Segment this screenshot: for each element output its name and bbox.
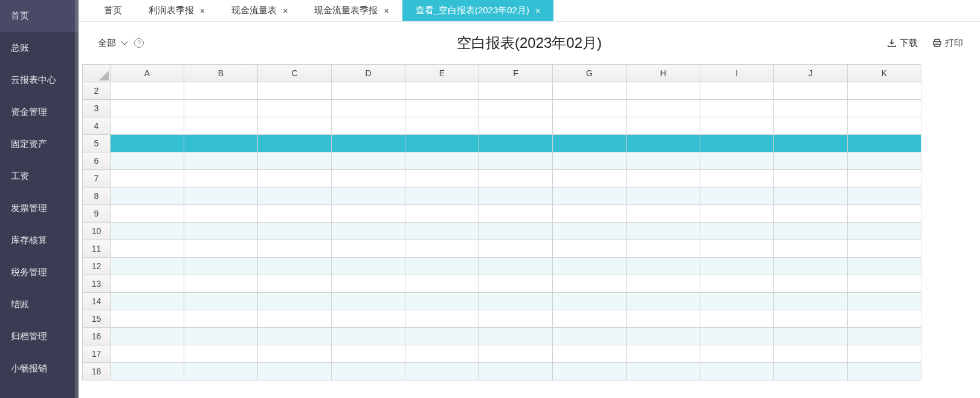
cell-K11[interactable] (848, 240, 921, 258)
cell-J2[interactable] (774, 82, 848, 100)
column-header-D[interactable]: D (332, 65, 405, 82)
sidebar-item-2[interactable]: 云报表中心 (0, 64, 79, 96)
cell-G8[interactable] (553, 188, 627, 205)
row-header-8[interactable]: 8 (83, 188, 111, 205)
cell-K3[interactable] (848, 100, 921, 117)
cell-C4[interactable] (258, 117, 332, 135)
cell-C3[interactable] (258, 100, 332, 117)
cell-D17[interactable] (332, 345, 405, 363)
cell-H7[interactable] (627, 170, 700, 188)
cell-E11[interactable] (405, 240, 479, 258)
cell-E2[interactable] (405, 82, 479, 100)
cell-A6[interactable] (111, 152, 184, 170)
cell-F8[interactable] (479, 188, 553, 205)
cell-E15[interactable] (405, 310, 479, 328)
cell-C11[interactable] (258, 240, 332, 258)
cell-C18[interactable] (258, 363, 332, 380)
cell-K4[interactable] (848, 117, 921, 135)
row-header-9[interactable]: 9 (83, 205, 111, 223)
cell-C2[interactable] (258, 82, 332, 100)
cell-A9[interactable] (111, 205, 184, 223)
cell-D14[interactable] (332, 293, 405, 310)
column-header-E[interactable]: E (405, 65, 479, 82)
cell-J9[interactable] (774, 205, 848, 223)
cell-A8[interactable] (111, 188, 184, 205)
cell-C12[interactable] (258, 258, 332, 275)
cell-H16[interactable] (627, 328, 700, 345)
filter-dropdown[interactable]: 全部 ? (98, 38, 144, 49)
cell-B14[interactable] (184, 293, 258, 310)
tab-4[interactable]: 查看_空白报表(2023年02月)× (402, 0, 554, 21)
cell-K2[interactable] (848, 82, 921, 100)
cell-J6[interactable] (774, 152, 848, 170)
cell-D3[interactable] (332, 100, 405, 117)
cell-J13[interactable] (774, 275, 848, 293)
cell-F12[interactable] (479, 258, 553, 275)
cell-I13[interactable] (700, 275, 774, 293)
sidebar-item-1[interactable]: 总账 (0, 32, 79, 64)
cell-J16[interactable] (774, 328, 848, 345)
column-header-G[interactable]: G (553, 65, 627, 82)
cell-K14[interactable] (848, 293, 921, 310)
cell-G12[interactable] (553, 258, 627, 275)
cell-G9[interactable] (553, 205, 627, 223)
cell-A15[interactable] (111, 310, 184, 328)
cell-G7[interactable] (553, 170, 627, 188)
cell-J14[interactable] (774, 293, 848, 310)
close-icon[interactable]: × (283, 6, 288, 16)
cell-B9[interactable] (184, 205, 258, 223)
cell-G10[interactable] (553, 223, 627, 240)
cell-B18[interactable] (184, 363, 258, 380)
cell-A11[interactable] (111, 240, 184, 258)
cell-C8[interactable] (258, 188, 332, 205)
cell-B2[interactable] (184, 82, 258, 100)
cell-G15[interactable] (553, 310, 627, 328)
sidebar-item-4[interactable]: 固定资产 (0, 128, 79, 160)
cell-B17[interactable] (184, 345, 258, 363)
cell-F13[interactable] (479, 275, 553, 293)
cell-G17[interactable] (553, 345, 627, 363)
cell-A16[interactable] (111, 328, 184, 345)
cell-J4[interactable] (774, 117, 848, 135)
cell-F3[interactable] (479, 100, 553, 117)
cell-H11[interactable] (627, 240, 700, 258)
cell-D13[interactable] (332, 275, 405, 293)
cell-J15[interactable] (774, 310, 848, 328)
row-header-11[interactable]: 11 (83, 240, 111, 258)
help-icon[interactable]: ? (134, 38, 144, 48)
row-header-16[interactable]: 16 (83, 328, 111, 345)
cell-H18[interactable] (627, 363, 700, 380)
cell-H6[interactable] (627, 152, 700, 170)
cell-H10[interactable] (627, 223, 700, 240)
cell-D4[interactable] (332, 117, 405, 135)
cell-F2[interactable] (479, 82, 553, 100)
cell-C6[interactable] (258, 152, 332, 170)
column-header-J[interactable]: J (774, 65, 848, 82)
select-all-corner[interactable] (83, 65, 111, 82)
tab-0[interactable]: 首页 (91, 0, 135, 21)
sidebar-item-5[interactable]: 工资 (0, 160, 79, 192)
cell-G6[interactable] (553, 152, 627, 170)
cell-G13[interactable] (553, 275, 627, 293)
cell-A13[interactable] (111, 275, 184, 293)
cell-H5[interactable] (627, 135, 700, 152)
column-header-C[interactable]: C (258, 65, 332, 82)
cell-I14[interactable] (700, 293, 774, 310)
cell-J8[interactable] (774, 188, 848, 205)
column-header-A[interactable]: A (111, 65, 184, 82)
cell-I4[interactable] (700, 117, 774, 135)
cell-D10[interactable] (332, 223, 405, 240)
cell-H17[interactable] (627, 345, 700, 363)
cell-D16[interactable] (332, 328, 405, 345)
cell-K8[interactable] (848, 188, 921, 205)
cell-A17[interactable] (111, 345, 184, 363)
sidebar-item-7[interactable]: 库存核算 (0, 224, 79, 256)
cell-A2[interactable] (111, 82, 184, 100)
cell-F15[interactable] (479, 310, 553, 328)
cell-E14[interactable] (405, 293, 479, 310)
cell-C17[interactable] (258, 345, 332, 363)
cell-G11[interactable] (553, 240, 627, 258)
row-header-18[interactable]: 18 (83, 363, 111, 380)
cell-F14[interactable] (479, 293, 553, 310)
cell-F4[interactable] (479, 117, 553, 135)
